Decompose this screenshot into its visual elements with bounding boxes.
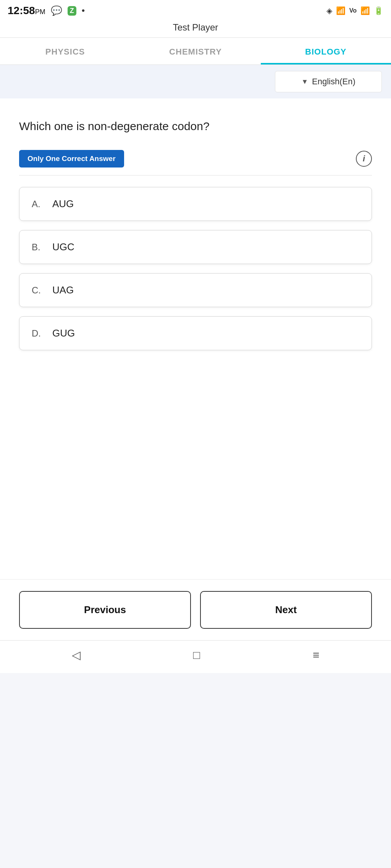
language-bar: ▼ English(En) [0, 65, 391, 98]
next-button[interactable]: Next [200, 591, 372, 629]
menu-icon[interactable]: ≡ [313, 649, 320, 662]
status-bar: 12:58PM 💬 Z • ◈ 📶 Vo 📶 🔋 [0, 0, 391, 20]
divider [19, 175, 372, 176]
option-d-letter: D. [32, 328, 43, 339]
home-icon[interactable]: □ [193, 649, 200, 662]
chevron-down-icon: ▼ [301, 78, 308, 86]
tab-chemistry[interactable]: CHEMISTRY [130, 38, 260, 64]
nav-buttons: Previous Next [0, 579, 391, 640]
app-title: Test Player [173, 22, 218, 32]
option-b-text: UGC [52, 241, 74, 253]
options-container: A. AUG B. UGC C. UAG D. GUG [19, 187, 372, 350]
option-c[interactable]: C. UAG [19, 273, 372, 307]
main-content: Which one is non-degenerate codon? Only … [0, 98, 391, 381]
signal-icon: ◈ [326, 6, 332, 15]
bottom-nav-bar: ◁ □ ≡ [0, 640, 391, 673]
wifi-icon: 📶 [336, 6, 346, 15]
option-a-text: AUG [52, 198, 74, 210]
answer-type-badge: Only One Correct Answer [19, 150, 124, 167]
status-icons: ◈ 📶 Vo 📶 🔋 [326, 6, 383, 15]
option-b[interactable]: B. UGC [19, 230, 372, 264]
answer-type-row: Only One Correct Answer i [19, 150, 372, 167]
option-d-text: GUG [52, 327, 75, 339]
option-c-text: UAG [52, 284, 74, 296]
option-d[interactable]: D. GUG [19, 316, 372, 350]
back-icon[interactable]: ◁ [72, 648, 81, 662]
bars-icon: 📶 [360, 6, 370, 15]
language-dropdown[interactable]: ▼ English(En) [275, 71, 382, 92]
previous-button[interactable]: Previous [19, 591, 191, 629]
network-icon: Vo [349, 7, 357, 14]
page-bottom-filler [0, 673, 391, 696]
app-title-bar: Test Player [0, 20, 391, 38]
question-text: Which one is non-degenerate codon? [19, 114, 372, 135]
language-label: English(En) [312, 77, 355, 87]
option-c-letter: C. [32, 285, 43, 296]
info-icon[interactable]: i [356, 151, 372, 167]
option-a[interactable]: A. AUG [19, 187, 372, 221]
content-spacer [0, 381, 391, 579]
battery-icon: 🔋 [374, 6, 383, 15]
whatsapp-icon: 💬 [51, 5, 62, 16]
tab-biology[interactable]: BIOLOGY [261, 38, 391, 64]
dot-icon: • [82, 5, 85, 16]
option-a-letter: A. [32, 199, 43, 209]
tab-bar: PHYSICS CHEMISTRY BIOLOGY [0, 38, 391, 65]
option-b-letter: B. [32, 242, 43, 253]
app-icon: Z [68, 6, 76, 16]
tab-physics[interactable]: PHYSICS [0, 38, 130, 64]
status-time: 12:58PM [8, 5, 45, 17]
